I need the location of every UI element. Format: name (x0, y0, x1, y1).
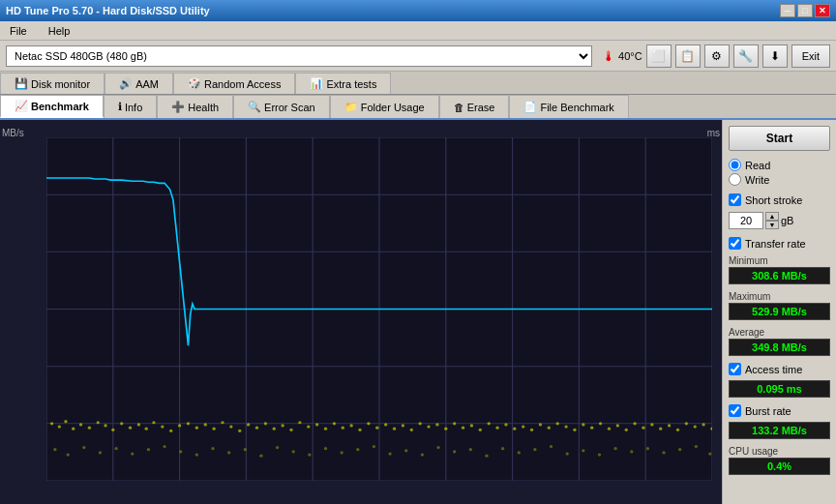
svg-point-146 (453, 450, 456, 453)
short-stroke-row[interactable]: Short stroke (729, 193, 830, 206)
short-stroke-spinbox[interactable] (729, 212, 763, 229)
svg-point-78 (349, 424, 352, 427)
svg-point-64 (229, 425, 232, 428)
tab-info[interactable]: ℹ Info (104, 95, 157, 118)
toolbar-btn-4[interactable]: 🔧 (733, 44, 759, 68)
start-button[interactable]: Start (729, 126, 830, 151)
svg-point-126 (131, 452, 134, 455)
svg-point-80 (367, 422, 370, 425)
svg-point-119 (702, 423, 704, 426)
aam-icon: 🔊 (119, 77, 133, 90)
burst-rate-value: 133.2 MB/s (729, 422, 830, 439)
svg-point-114 (659, 428, 662, 430)
svg-point-139 (340, 451, 343, 454)
drive-selector[interactable]: Netac SSD 480GB (480 gB) (6, 45, 592, 67)
svg-point-110 (625, 429, 628, 431)
svg-point-108 (608, 428, 611, 430)
health-icon: ➕ (171, 101, 185, 113)
svg-point-58 (178, 424, 181, 427)
burst-rate-row[interactable]: Burst rate (729, 404, 830, 417)
svg-point-155 (598, 453, 601, 456)
spinbox-down[interactable]: ▼ (765, 221, 779, 229)
svg-point-133 (244, 448, 247, 451)
toolbar-btn-3[interactable]: ⚙ (704, 44, 730, 68)
svg-point-137 (308, 453, 311, 456)
short-stroke-checkbox[interactable] (729, 193, 741, 206)
tab-disk-monitor[interactable]: 💾 Disk monitor (0, 73, 104, 94)
read-radio[interactable] (729, 159, 741, 171)
toolbar-btn-5[interactable]: ⬇ (762, 44, 788, 68)
main-tab-bar: 📈 Benchmark ℹ Info ➕ Health 🔍 Error Scan… (0, 95, 836, 120)
svg-point-61 (204, 423, 207, 426)
svg-point-60 (195, 427, 198, 430)
content-area: MB/s ms 600 500 (0, 120, 836, 504)
svg-point-125 (114, 447, 117, 450)
toolbar-btn-1[interactable]: ⬜ (646, 44, 672, 68)
svg-point-135 (276, 446, 279, 449)
svg-point-68 (264, 422, 267, 425)
minimum-value: 308.6 MB/s (729, 267, 830, 284)
svg-point-87 (427, 425, 430, 428)
write-radio[interactable] (729, 173, 741, 186)
tab-random-access[interactable]: 🎲 Random Access (173, 73, 295, 94)
svg-point-70 (281, 424, 284, 427)
tab-aam[interactable]: 🔊 AAM (104, 73, 173, 94)
tab-erase[interactable]: 🗑 Erase (439, 95, 510, 118)
tab-health[interactable]: ➕ Health (157, 95, 233, 118)
minimize-button[interactable]: ─ (780, 4, 795, 17)
svg-point-159 (662, 451, 665, 454)
toolbar: Netac SSD 480GB (480 gB) 🌡 40°C ⬜ 📋 ⚙ 🔧 … (0, 41, 836, 72)
tab-folder-usage[interactable]: 📁 Folder Usage (330, 95, 439, 118)
average-value: 349.8 MB/s (729, 339, 830, 356)
svg-point-136 (292, 450, 295, 453)
svg-point-95 (495, 427, 498, 430)
svg-point-104 (573, 429, 576, 431)
svg-point-138 (324, 447, 327, 450)
write-radio-row[interactable]: Write (729, 173, 830, 186)
svg-point-69 (273, 428, 276, 430)
tab-benchmark[interactable]: 📈 Benchmark (0, 95, 104, 118)
svg-point-59 (187, 422, 190, 425)
access-time-checkbox[interactable] (729, 363, 741, 375)
short-stroke-label: Short stroke (745, 194, 802, 206)
maximize-button[interactable]: □ (797, 4, 813, 17)
svg-point-128 (163, 445, 165, 448)
tab-file-benchmark[interactable]: 📄 File Benchmark (509, 95, 628, 118)
svg-point-48 (97, 421, 100, 424)
svg-point-101 (548, 427, 551, 430)
svg-point-144 (421, 453, 424, 456)
svg-point-92 (470, 424, 473, 427)
svg-point-72 (298, 421, 301, 424)
access-time-row[interactable]: Access time (729, 363, 830, 375)
transfer-rate-row[interactable]: Transfer rate (729, 237, 830, 250)
exit-button[interactable]: Exit (791, 44, 830, 68)
toolbar-btn-2[interactable]: 📋 (675, 44, 701, 68)
tab-error-scan[interactable]: 🔍 Error Scan (233, 95, 330, 118)
svg-point-117 (685, 422, 688, 425)
write-label: Write (745, 174, 769, 186)
burst-rate-checkbox[interactable] (729, 404, 741, 417)
svg-point-82 (384, 423, 387, 426)
svg-point-118 (694, 425, 697, 428)
close-button[interactable]: ✕ (815, 4, 830, 17)
tab-extra-tests[interactable]: 📊 Extra tests (295, 73, 391, 94)
svg-point-56 (161, 425, 164, 428)
svg-point-100 (539, 423, 542, 426)
svg-point-121 (53, 448, 56, 451)
svg-point-122 (67, 453, 70, 456)
folder-usage-icon: 📁 (344, 101, 358, 113)
svg-point-53 (137, 423, 140, 426)
menu-help[interactable]: Help (43, 23, 76, 39)
svg-point-99 (530, 429, 533, 431)
svg-point-154 (582, 449, 584, 452)
svg-point-76 (333, 422, 336, 425)
read-radio-row[interactable]: Read (729, 159, 830, 171)
menu-file[interactable]: File (4, 23, 33, 39)
menubar: File Help (0, 21, 836, 41)
svg-point-52 (129, 427, 132, 430)
chart-area: MB/s ms 600 500 (0, 120, 722, 504)
read-label: Read (745, 160, 770, 171)
svg-point-50 (111, 429, 114, 431)
transfer-rate-checkbox[interactable] (729, 237, 741, 250)
spinbox-up[interactable]: ▲ (765, 212, 779, 221)
